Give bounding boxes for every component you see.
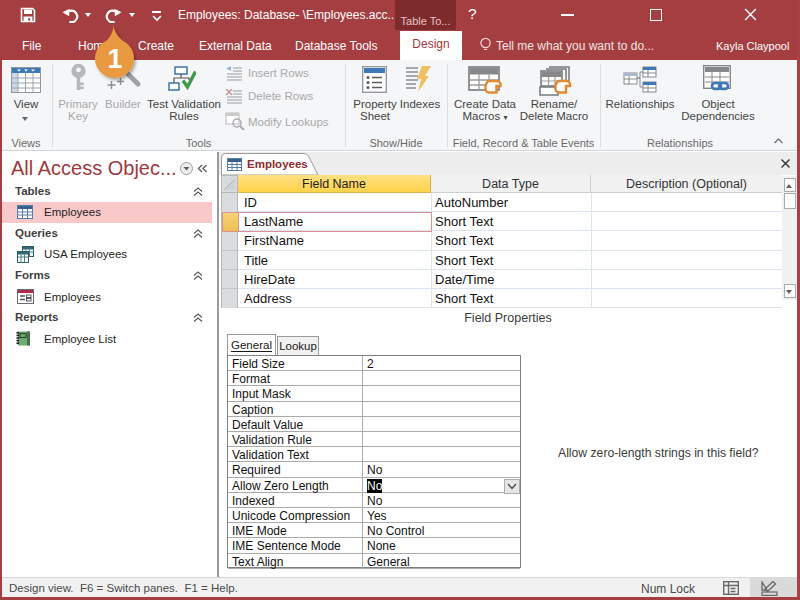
svg-text:1: 1 bbox=[107, 44, 122, 74]
